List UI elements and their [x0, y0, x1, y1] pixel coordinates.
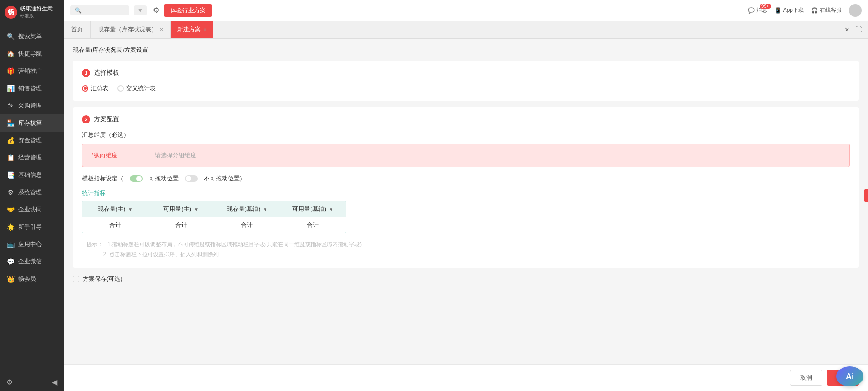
- footer: 取消 查询: [64, 364, 868, 391]
- radio-summary-dot: [82, 85, 88, 92]
- sidebar-item-label: 库存核算: [18, 119, 42, 127]
- sidebar-item-label: 经营管理: [18, 154, 42, 162]
- topbar: 🔍 ▼ ⚙ 体验行业方案 💬 消息 99+ 📱 App下载 🎧 在线客服: [64, 0, 868, 21]
- tab-inventory-status[interactable]: 现存量（库存状况表） ×: [91, 21, 171, 38]
- sidebar-item-system[interactable]: ⚙ 系统管理: [0, 184, 64, 201]
- stats-header-col2[interactable]: 可用量(主) ▼: [148, 201, 214, 217]
- sidebar: 畅 畅康通好生意 标准版 🔍 搜索菜单 🏠 快捷导航 🎁 营销推广 📊 销售管理…: [0, 0, 64, 391]
- step2-header: 2 方案配置: [82, 115, 850, 123]
- tabbar: 首页 现存量（库存状况表） × 新建方案 × ✕ ⛶: [64, 21, 868, 39]
- stats-section: 统计指标 现存量(主) ▼ 可用量(主) ▼ 现存量(基辅): [82, 189, 850, 233]
- topbar-search[interactable]: 🔍: [70, 5, 129, 15]
- page-content: 现存量(库存状况表)方案设置 1 选择模板 汇总表 交叉统计表 2: [64, 39, 868, 364]
- right-scroll-handle[interactable]: [864, 189, 868, 202]
- message-btn[interactable]: 💬 消息 99+: [748, 6, 767, 14]
- collapse-icon[interactable]: ◀: [52, 378, 57, 386]
- sidebar-item-sales[interactable]: 📊 销售管理: [0, 80, 64, 97]
- sidebar-item-search[interactable]: 🔍 搜索菜单: [0, 28, 64, 45]
- stats-cell-1-1: 合计: [82, 217, 148, 233]
- sidebar-item-guide[interactable]: 🌟 新手引导: [0, 218, 64, 236]
- basic-info-icon: 📑: [6, 171, 15, 179]
- template-radio-group: 汇总表 交叉统计表: [82, 84, 850, 93]
- search-menu-icon: 🔍: [6, 32, 15, 41]
- hint-1: 提示： 1.拖动标题栏可以调整布局，不可跨维度或指标区域拖动栏目字段(只能在同一…: [82, 240, 850, 250]
- sidebar-item-inventory[interactable]: 🏪 库存核算: [0, 114, 64, 132]
- app-name: 畅康通好生意: [20, 5, 53, 13]
- col1-label: 现存量(主): [98, 205, 126, 213]
- stats-table: 现存量(主) ▼ 可用量(主) ▼ 现存量(基辅) ▼ 可用量(基辅): [82, 201, 346, 233]
- tab-expand-icon[interactable]: ⛶: [853, 24, 863, 35]
- logo-icon: 畅: [5, 6, 17, 19]
- app-download-btn[interactable]: 📱 App下载: [775, 6, 804, 14]
- sidebar-item-label: 企业微信: [18, 257, 42, 266]
- settings-icon[interactable]: ⚙: [6, 378, 13, 386]
- tab-new-plan[interactable]: 新建方案 ×: [171, 21, 213, 38]
- indicator-setting-label: 模板指标设定（: [82, 175, 123, 183]
- finance-icon: 💰: [6, 136, 15, 144]
- gear-icon[interactable]: ⚙: [153, 6, 159, 15]
- app-download-label: App下载: [783, 6, 804, 14]
- trial-btn[interactable]: 体验行业方案: [164, 4, 212, 17]
- sidebar-item-wechat[interactable]: 💬 企业微信: [0, 253, 64, 270]
- service-label: 在线客服: [820, 6, 842, 14]
- save-checkbox[interactable]: [73, 276, 79, 282]
- sidebar-item-enterprise[interactable]: 🤝 企业协同: [0, 201, 64, 218]
- stats-cell-1-3: 合计: [214, 217, 281, 233]
- inventory-icon: 🏪: [6, 119, 15, 127]
- col4-chevron[interactable]: ▼: [329, 207, 333, 212]
- topbar-right: 💬 消息 99+ 📱 App下载 🎧 在线客服: [748, 4, 862, 17]
- sidebar-item-member[interactable]: 👑 畅会员: [0, 270, 64, 288]
- sidebar-item-label: 基础信息: [18, 171, 42, 179]
- sidebar-item-purchase[interactable]: 🛍 采购管理: [0, 97, 64, 114]
- hint-text-2: 2. 点击标题栏下拉可设置排序、插入列和删除列: [103, 251, 219, 257]
- sidebar-item-marketing[interactable]: 🎁 营销推广: [0, 62, 64, 80]
- hint-prefix-1: 提示：: [87, 241, 106, 247]
- sidebar-item-management[interactable]: 📋 经营管理: [0, 149, 64, 166]
- sidebar-item-label: 快捷导航: [18, 50, 42, 58]
- radio-cross-table[interactable]: 交叉统计表: [117, 84, 156, 93]
- tab-new-close[interactable]: ×: [204, 26, 207, 33]
- col3-chevron[interactable]: ▼: [263, 207, 267, 212]
- radio-summary-table[interactable]: 汇总表: [82, 84, 108, 93]
- dimension-box[interactable]: *纵向维度 —— 请选择分组维度: [82, 144, 850, 167]
- col2-chevron[interactable]: ▼: [194, 207, 199, 212]
- sidebar-item-label: 营销推广: [18, 67, 42, 75]
- topbar-dropdown[interactable]: ▼: [134, 5, 147, 15]
- step2-section: 2 方案配置 汇总维度（必选） *纵向维度 —— 请选择分组维度 模板指标设定（…: [73, 107, 859, 268]
- sidebar-item-label: 销售管理: [18, 84, 42, 93]
- sidebar-item-finance[interactable]: 💰 资金管理: [0, 132, 64, 149]
- sidebar-item-basic-info[interactable]: 📑 基础信息: [0, 166, 64, 184]
- gift-icon: 🎁: [6, 67, 15, 75]
- tab-actions: ✕ ⛶: [842, 24, 868, 35]
- no-drag-toggle-label: 不可拖动位置）: [204, 175, 245, 183]
- page-title: 现存量(库存状况表)方案设置: [73, 46, 859, 54]
- home-icon: 🏠: [6, 50, 15, 58]
- online-service-btn[interactable]: 🎧 在线客服: [811, 6, 842, 14]
- tab-close-icon[interactable]: ✕: [842, 24, 852, 35]
- sidebar-item-quicknav[interactable]: 🏠 快捷导航: [0, 45, 64, 62]
- tab-home[interactable]: 首页: [64, 21, 91, 38]
- ai-badge[interactable]: Ai: [836, 366, 863, 386]
- sidebar-item-label: 企业协同: [18, 206, 42, 214]
- stats-header-col1[interactable]: 现存量(主) ▼: [82, 201, 148, 217]
- stats-header-col4[interactable]: 可用量(基辅) ▼: [280, 201, 346, 217]
- drag-toggle[interactable]: [130, 175, 143, 182]
- no-drag-toggle[interactable]: [185, 175, 198, 182]
- col1-chevron[interactable]: ▼: [128, 207, 133, 212]
- sidebar-item-apps[interactable]: 📺 应用中心: [0, 236, 64, 253]
- user-avatar[interactable]: [849, 4, 862, 17]
- step1-badge: 1: [82, 69, 90, 77]
- system-icon: ⚙: [6, 188, 15, 196]
- sidebar-item-label: 资金管理: [18, 136, 42, 144]
- indicator-setting: 模板指标设定（ 可拖动位置 不可拖动位置）: [82, 175, 850, 183]
- stats-cell-1-2: 合计: [148, 217, 214, 233]
- dimension-label: 汇总维度（必选）: [82, 131, 850, 139]
- cancel-button[interactable]: 取消: [790, 370, 822, 386]
- radio-cross-dot: [117, 85, 124, 92]
- dim-separator: ——: [130, 152, 142, 159]
- step2-badge: 2: [82, 115, 90, 123]
- hint-2: 2. 点击标题栏下拉可设置排序、插入列和删除列: [82, 250, 850, 260]
- tab-inventory-label: 现存量（库存状况表）: [98, 26, 157, 34]
- tab-inventory-close[interactable]: ×: [160, 26, 163, 33]
- stats-header-col3[interactable]: 现存量(基辅) ▼: [214, 201, 281, 217]
